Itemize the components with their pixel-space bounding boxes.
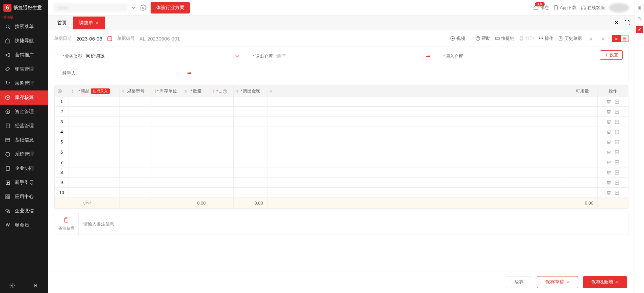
date-value[interactable]: 2023-06-06 <box>76 36 102 42</box>
sidebar-item-info[interactable]: 基础信息 <box>0 133 48 147</box>
table-row[interactable]: 10 <box>55 188 628 198</box>
svg-rect-40 <box>542 38 543 39</box>
table-row[interactable]: 5 <box>55 137 628 147</box>
add-icon[interactable] <box>615 140 619 144</box>
handler-field[interactable]: 经手人 ••• <box>62 70 191 76</box>
save-draft-button[interactable]: 保存草稿 <box>537 276 578 288</box>
info-icon[interactable]: ? <box>223 89 227 94</box>
more-icon[interactable]: ••• <box>426 53 430 59</box>
sidebar-item-doc[interactable]: 经营管理 <box>0 119 48 133</box>
messages-link[interactable]: 99+ 消息 <box>533 5 549 11</box>
cta-button[interactable]: 体验行业方案 <box>151 2 190 14</box>
delete-icon[interactable] <box>607 109 611 114</box>
svg-point-46 <box>58 89 62 93</box>
col-out-amount[interactable]: ▲▼*调出金额 <box>234 86 267 97</box>
in-store-field[interactable]: *调入仓库 ••• <box>443 52 620 61</box>
sidebar-item-megaphone[interactable]: 营销推广 <box>0 48 48 62</box>
prev-icon[interactable]: ◀ <box>587 34 595 43</box>
discard-button[interactable]: 放弃 <box>506 276 532 288</box>
video-link[interactable]: 视频 <box>450 35 465 42</box>
sidebar-item-sys[interactable]: 系统管理 <box>0 147 48 161</box>
delete-icon[interactable] <box>607 170 611 175</box>
sidebar-item-cart[interactable]: 采购管理 <box>0 76 48 90</box>
delete-icon[interactable] <box>607 190 611 195</box>
col-qty[interactable]: ▲▼*数量 <box>182 86 210 97</box>
add-icon[interactable] <box>615 190 619 195</box>
shortcut-link[interactable]: 快捷键 <box>495 35 514 42</box>
delete-icon[interactable] <box>607 99 611 104</box>
add-icon[interactable] <box>615 180 619 185</box>
rail-icon-1[interactable]: ▣ <box>636 4 643 11</box>
next-icon[interactable]: ▶ <box>599 34 608 43</box>
col-available[interactable]: 可用量 <box>567 86 598 97</box>
table-row[interactable]: 7 <box>55 157 628 167</box>
add-icon[interactable] <box>615 99 619 104</box>
save-new-button[interactable]: 保存&新增 <box>583 276 627 288</box>
sidebar-item-vip[interactable]: 畅会员 <box>0 218 48 232</box>
table-row[interactable]: 4 <box>55 127 628 137</box>
history-link[interactable]: 历史单据 <box>558 35 582 42</box>
settings-button[interactable]: 设置 <box>600 50 623 60</box>
company-selector[interactable]: —— <box>53 3 128 12</box>
add-icon[interactable] <box>615 160 619 165</box>
delete-icon[interactable] <box>607 130 611 134</box>
gear-header[interactable] <box>55 86 69 97</box>
tab-close-icon[interactable]: × <box>96 20 99 26</box>
add-icon[interactable] <box>615 109 619 114</box>
delete-icon[interactable] <box>607 180 611 185</box>
sidebar-item-box[interactable]: 库存核算 <box>0 90 48 105</box>
sidebar-item-home[interactable]: 快捷导航 <box>0 34 48 48</box>
sidebar-item-tag[interactable]: 销售管理 <box>0 62 48 76</box>
table-row[interactable]: 6 <box>55 147 628 157</box>
delete-icon[interactable] <box>607 150 611 155</box>
add-icon[interactable] <box>615 119 619 124</box>
col-unit[interactable]: ▲▼*库存单位 <box>152 86 182 97</box>
fullscreen-icon[interactable]: ⛶ <box>623 19 631 27</box>
chevron-down-icon[interactable] <box>132 6 136 9</box>
print-link[interactable]: 打印 <box>519 35 534 42</box>
sidebar-item-wechat[interactable]: 企业微信 <box>0 204 48 218</box>
view-list-icon[interactable]: ≡ <box>612 35 620 42</box>
more-icon[interactable]: ••• <box>187 70 191 76</box>
close-icon[interactable]: ✕ <box>612 19 620 27</box>
operate-link[interactable]: 操作 <box>539 35 553 42</box>
delete-icon[interactable] <box>607 140 611 144</box>
avatar[interactable] <box>609 3 629 12</box>
table-row[interactable]: 8 <box>55 167 628 178</box>
add-icon[interactable] <box>615 170 619 175</box>
table-row[interactable]: 2 <box>55 107 628 117</box>
add-icon[interactable] <box>615 150 619 155</box>
help-link[interactable]: 帮助 <box>475 35 490 42</box>
delete-icon[interactable] <box>607 160 611 165</box>
tab[interactable]: 调拨单× <box>73 17 105 29</box>
rail-icon-2[interactable]: ✎ <box>636 15 643 22</box>
col-dot[interactable]: ▲▼*...? <box>210 86 234 97</box>
support-link[interactable]: 在线客服 <box>581 5 605 11</box>
tab[interactable]: 首页 <box>51 17 73 29</box>
sidebar-item-team[interactable]: 企业协同 <box>0 161 48 176</box>
out-store-field[interactable]: *调出仓库 选择... ••• <box>253 52 430 61</box>
download-link[interactable]: App下载 <box>553 5 576 11</box>
add-icon[interactable] <box>615 130 619 134</box>
settings-icon[interactable] <box>8 282 16 290</box>
col-spec[interactable]: ▲▼规格型号 <box>120 86 152 97</box>
note-input[interactable] <box>79 213 628 235</box>
sidebar-item-app[interactable]: 应用中心 <box>0 190 48 204</box>
calendar-icon[interactable] <box>107 36 112 41</box>
col-product[interactable]: ▲▼*商品扫码录入 <box>69 86 120 97</box>
table-row[interactable]: 1 <box>55 97 628 107</box>
sidebar-item-search[interactable]: 搜索菜单 <box>0 20 48 34</box>
view-grid-icon[interactable]: ▤ <box>620 35 628 42</box>
delete-icon[interactable] <box>607 119 611 124</box>
gear-icon[interactable] <box>140 4 147 11</box>
table-row[interactable]: 3 <box>55 117 628 127</box>
sidebar-item-label: 采购管理 <box>15 80 34 86</box>
sidebar-item-money[interactable]: 资金管理 <box>0 105 48 119</box>
sidebar-item-guide[interactable]: 新手引导 <box>0 176 48 190</box>
table-row[interactable]: 9 <box>55 178 628 188</box>
chevron-down-icon[interactable] <box>235 55 239 58</box>
svg-rect-9 <box>6 166 9 170</box>
biz-type-field[interactable]: *业务类型 同价调拨 <box>62 52 239 61</box>
collapse-icon[interactable] <box>32 282 40 290</box>
rail-icon-3[interactable]: ⤢ <box>636 26 643 33</box>
